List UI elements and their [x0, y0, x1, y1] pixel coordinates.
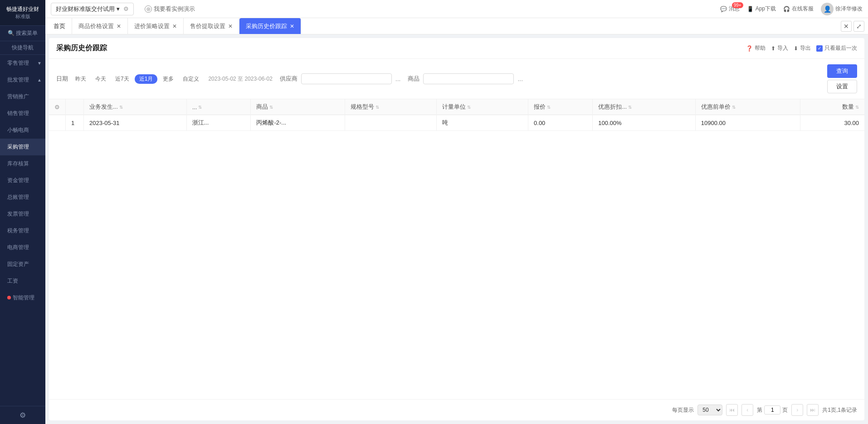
tab-home[interactable]: 首页: [47, 18, 72, 34]
checkbox-icon[interactable]: ✓: [816, 45, 823, 52]
td-quantity: 30.00: [800, 115, 864, 131]
product-more-icon[interactable]: ...: [517, 75, 523, 82]
close-icon[interactable]: ✕: [172, 23, 177, 29]
supplier-input[interactable]: [301, 73, 392, 84]
supplier-more-icon[interactable]: ...: [395, 75, 401, 82]
sidebar-item-invoice[interactable]: 发票管理: [0, 206, 45, 222]
import-button[interactable]: ⬆ 导入: [771, 44, 788, 52]
tab-purchase-strategy[interactable]: 进价策略设置 ✕: [128, 18, 184, 34]
th-quantity[interactable]: 数量 ⇅: [800, 99, 864, 115]
user-profile-button[interactable]: 👤 徐泽华修改: [821, 3, 863, 15]
demo-link[interactable]: ◎ 我要看实例演示: [145, 5, 195, 13]
product-label: 商品: [408, 75, 419, 83]
th-unit[interactable]: 计量单位 ⇅: [437, 99, 528, 115]
date-options: 昨天 今天 近7天 近1月 更多 自定义: [72, 74, 203, 84]
app-download-button[interactable]: 📱 App下载: [747, 5, 776, 13]
th-date[interactable]: 业务发生... ⇅: [84, 99, 187, 115]
demo-label: 我要看实例演示: [154, 5, 195, 13]
th-pre-discount-price[interactable]: 优惠前单价 ⇅: [695, 99, 800, 115]
help-label: 帮助: [755, 44, 766, 52]
supplier-label: 供应商: [280, 75, 297, 83]
td-seq: 1: [66, 115, 84, 131]
messages-badge: 99+: [732, 2, 743, 8]
query-button[interactable]: 查询: [827, 64, 857, 78]
sidebar-item-marketing[interactable]: 营销推广: [0, 88, 45, 105]
online-support-label: 在线客服: [792, 5, 814, 13]
close-tab-button[interactable]: ✕: [841, 21, 852, 32]
tab-sale-price[interactable]: 售价提取设置 ✕: [184, 18, 239, 34]
pagination-last-button[interactable]: ⏭: [807, 404, 819, 416]
close-icon[interactable]: ✕: [228, 23, 233, 29]
per-page-select[interactable]: 50 10 20 100: [697, 405, 722, 415]
sidebar-logo: 畅捷通好业财 标准版: [0, 0, 45, 26]
date-btn-last7days[interactable]: 近7天: [112, 74, 133, 84]
th-quoted-price-label: 报价: [534, 103, 546, 111]
settings-icon[interactable]: ⚙: [123, 5, 129, 12]
sidebar-item-smart[interactable]: 智能管理: [0, 289, 45, 306]
th-date-label: 业务发生...: [89, 103, 118, 111]
sidebar-item-retail[interactable]: 零售管理 ▼: [0, 55, 45, 72]
messages-button[interactable]: 💬 消息 99+: [720, 5, 740, 13]
date-btn-custom[interactable]: 自定义: [179, 74, 203, 84]
page-actions: ❓ 帮助 ⬆ 导入 ⬇ 导出 ✓ 只看最后一次: [746, 44, 857, 52]
sidebar-item-ecommerce[interactable]: 电商管理: [0, 239, 45, 256]
close-icon[interactable]: ✕: [290, 23, 294, 29]
sidebar-item-quick-nav[interactable]: 快捷导航: [0, 41, 45, 55]
help-button[interactable]: ❓ 帮助: [746, 44, 766, 52]
sidebar-item-search[interactable]: 🔍 搜索菜单: [0, 26, 45, 41]
sidebar-item-purchase[interactable]: 采购管理: [0, 139, 45, 155]
settings-gear-icon[interactable]: ⚙: [20, 411, 26, 419]
message-icon: 💬: [720, 6, 727, 12]
pagination-first-button[interactable]: ⏮: [726, 404, 738, 416]
th-discount[interactable]: 优惠折扣... ⇅: [593, 99, 696, 115]
sidebar-item-fixed-assets[interactable]: 固定资产: [0, 256, 45, 273]
sort-icon: ⇅: [198, 105, 202, 110]
sidebar-item-ecommerce-small[interactable]: 小畅电商: [0, 122, 45, 139]
version-selector[interactable]: 好业财标准版交付试用 ▾ ⚙: [51, 3, 134, 15]
page-input[interactable]: [764, 405, 780, 414]
pagination: 每页显示 50 10 20 100 ⏮ ‹ 第 页 › ⏭ 共1页,1条记录: [49, 399, 864, 420]
sidebar-item-wholesale[interactable]: 批发管理 ▲: [0, 72, 45, 88]
content-inner: 采购历史价跟踪 ❓ 帮助 ⬆ 导入 ⬇ 导出 ✓: [49, 38, 864, 420]
sort-icon: ⇅: [628, 105, 632, 110]
page-label: 第: [757, 406, 762, 414]
sidebar-smart-label: 智能管理: [13, 294, 42, 302]
table-header-row: ⚙ 业务发生... ⇅ ...: [49, 99, 864, 115]
product-input[interactable]: [423, 73, 514, 84]
close-icon[interactable]: ✕: [117, 23, 121, 29]
date-filter-group: 日期 昨天 今天 近7天 近1月 更多 自定义 2023-05-02 至 202…: [56, 74, 273, 84]
online-support-button[interactable]: 🎧 在线客服: [783, 5, 814, 13]
date-btn-yesterday[interactable]: 昨天: [72, 74, 90, 84]
chevron-down-icon: ▼: [37, 61, 42, 66]
expand-tab-button[interactable]: ⤢: [853, 21, 864, 32]
th-ellipsis[interactable]: ... ⇅: [186, 99, 251, 115]
pagination-next-button[interactable]: ›: [791, 404, 803, 416]
tab-purchase-history[interactable]: 采购历史价跟踪 ✕: [239, 18, 301, 34]
export-button[interactable]: ⬇ 导出: [794, 44, 811, 52]
th-spec[interactable]: 规格型号 ⇅: [345, 99, 437, 115]
tabbar-controls: ✕ ⤢: [841, 18, 866, 34]
th-quoted-price[interactable]: 报价 ⇅: [528, 99, 593, 115]
sidebar-item-sales[interactable]: 销售管理: [0, 105, 45, 122]
last-only-checkbox-group: ✓ 只看最后一次: [816, 44, 857, 52]
filter-settings-button[interactable]: 设置: [827, 80, 857, 93]
tab-price-settings[interactable]: 商品价格设置 ✕: [72, 18, 128, 34]
last-only-label: 只看最后一次: [824, 44, 857, 52]
column-settings-icon[interactable]: ⚙: [54, 104, 60, 111]
app-edition: 标准版: [4, 13, 42, 20]
sidebar-item-inventory[interactable]: 库存核算: [0, 155, 45, 172]
sidebar-item-general-ledger[interactable]: 总账管理: [0, 189, 45, 206]
sort-icon: ⇅: [119, 105, 123, 110]
sidebar-item-tax[interactable]: 税务管理: [0, 222, 45, 239]
th-product[interactable]: 商品 ⇅: [251, 99, 345, 115]
pagination-prev-button[interactable]: ‹: [741, 404, 753, 416]
sidebar-sales-label: 销售管理: [7, 110, 42, 117]
page-title: 采购历史价跟踪: [56, 43, 746, 53]
date-btn-today[interactable]: 今天: [92, 74, 110, 84]
pagination-page-group: 第 页: [757, 405, 788, 414]
date-btn-last1month[interactable]: 近1月: [135, 74, 158, 84]
date-btn-more[interactable]: 更多: [159, 74, 177, 84]
sidebar-item-finance[interactable]: 资金管理: [0, 172, 45, 189]
sidebar-item-payroll[interactable]: 工资: [0, 273, 45, 289]
topbar: 好业财标准版交付试用 ▾ ⚙ ◎ 我要看实例演示 💬 消息 99+ 📱 App下…: [45, 0, 868, 18]
